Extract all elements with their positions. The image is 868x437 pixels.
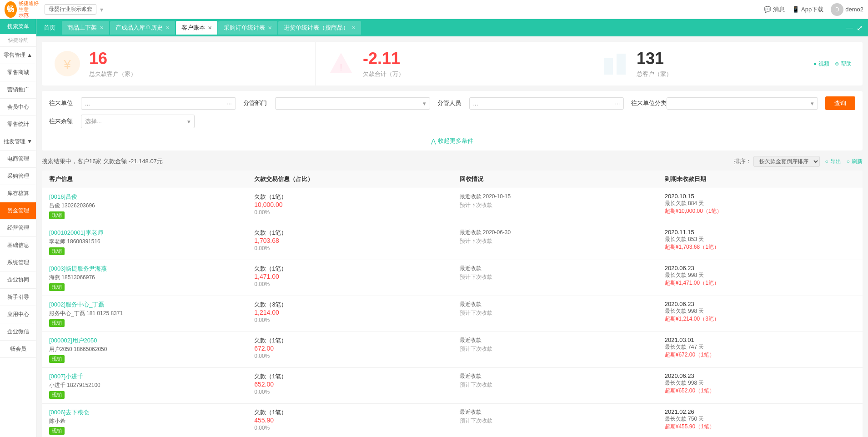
td-customer-3: [0002]服务中心_丁磊 服务中心_丁磊 181 0125 8371 现销: [42, 296, 247, 332]
td-collection-5: 最近收款 预计下次收款: [452, 368, 657, 403]
td-due-5: 2020.06.23 最长欠款 998 天 超期¥652.00（1笔）: [657, 368, 863, 403]
unit-input[interactable]: [85, 100, 227, 107]
sidebar-item-vip[interactable]: 畅会员: [0, 341, 36, 358]
svg-text:¥: ¥: [63, 57, 71, 71]
sidebar-item-guide[interactable]: 新手引导: [0, 289, 36, 306]
person-input-icon: ···: [615, 100, 620, 107]
tab-close-5[interactable]: ✕: [351, 25, 356, 31]
stat-card-debt-customers: ¥ 16 总欠款客户（家）: [42, 42, 316, 85]
stat-info-2: -2.11 欠款合计（万）: [363, 49, 404, 78]
svg-rect-4: [604, 58, 613, 75]
sidebar-item-retail-mall[interactable]: 零售商城: [0, 64, 36, 81]
filter-label-unit-type: 往来单位分类: [631, 99, 667, 107]
overdue-link-6[interactable]: 超期¥455.90（1笔）: [665, 423, 855, 431]
sidebar-item-finance[interactable]: 资金管理: [0, 202, 36, 220]
app-download-btn[interactable]: 📱 App下载: [792, 5, 823, 14]
filter-input-unit[interactable]: ···: [81, 97, 236, 110]
overdue-link-5[interactable]: 超期¥652.00（1笔）: [665, 387, 855, 395]
sidebar-item-system[interactable]: 系统管理: [0, 254, 36, 271]
tab-bar-right: — ⤢: [846, 24, 866, 32]
user-menu[interactable]: D demo2: [831, 3, 863, 16]
customer-name-3[interactable]: [0002]服务中心_丁磊: [49, 301, 240, 309]
td-debt-3: 欠款（3笔） 1,214.00 0.00%: [247, 296, 452, 332]
sidebar-search[interactable]: 搜索菜单: [0, 19, 36, 34]
sort-label: 排序： 按欠款金额倒序排序: [734, 156, 820, 167]
overdue-link-2[interactable]: 超期¥1,471.00（1笔）: [665, 279, 855, 287]
td-collection-2: 最近收款 预计下次收款: [452, 260, 657, 296]
tab-close-3[interactable]: ✕: [208, 25, 212, 31]
table-row: [0002]服务中心_丁磊 服务中心_丁磊 181 0125 8371 现销 欠…: [42, 296, 863, 332]
search-button[interactable]: 查询: [825, 96, 855, 110]
sidebar-item-purchase[interactable]: 采购管理: [0, 168, 36, 185]
sidebar-item-appcenter[interactable]: 应用中心: [0, 306, 36, 323]
sidebar-item-member[interactable]: 会员中心: [0, 99, 36, 116]
person-input[interactable]: [473, 100, 615, 107]
sidebar-item-retail-mgmt[interactable]: 零售管理 ▲: [0, 47, 36, 64]
tab-purchase-order-stats[interactable]: 采购订单统计表 ✕: [218, 21, 277, 35]
table-row: [0007]小进千 小进千 18279152100 现销 欠款（1笔） 652.…: [42, 368, 863, 404]
td-due-1: 2020.11.15 最长欠款 853 天 超期¥1,703.68（1笔）: [657, 224, 863, 260]
page-content: ¥ 16 总欠款客户（家） !: [36, 36, 868, 437]
tab-purchase-stats-by-product[interactable]: 进货单统计表（按商品） ✕: [278, 21, 361, 35]
tab-close-1[interactable]: ✕: [100, 25, 104, 31]
tab-home[interactable]: 首页: [38, 21, 61, 35]
collapse-btn[interactable]: ⋀ 收起更多条件: [49, 133, 855, 145]
tab-maximize-icon[interactable]: ⤢: [857, 24, 863, 32]
filter-item-unit-type: 往来单位分类 ▾: [631, 97, 818, 110]
stat-card-total-customers: 131 总客户（家） ● 视频 ⊙ 帮助: [589, 42, 863, 85]
tab-close-2[interactable]: ✕: [166, 25, 170, 31]
td-debt-5: 欠款（1笔） 652.00 0.00%: [247, 368, 452, 403]
customer-name-4[interactable]: [000002]用户2050: [49, 337, 240, 345]
export-btn[interactable]: ○ 导出: [825, 158, 841, 166]
video-btn[interactable]: ● 视频: [813, 60, 829, 68]
tab-production-history[interactable]: 产成品入库单历史 ✕: [110, 21, 175, 35]
tab-product-listing[interactable]: 商品上下架 ✕: [62, 21, 109, 35]
filter-label-dept: 分管部门: [243, 99, 275, 107]
sidebar-item-inventory[interactable]: 库存核算: [0, 185, 36, 202]
stat-label-1: 总欠款客户（家）: [89, 70, 136, 78]
sidebar-item-enterprise[interactable]: 企业协同: [0, 271, 36, 289]
collapse-icon: ⋀: [431, 138, 436, 145]
stat-value-1: 16: [89, 49, 136, 68]
overdue-link-1[interactable]: 超期¥1,703.68（1笔）: [665, 243, 855, 251]
filter-input-dept[interactable]: ▾: [275, 97, 430, 110]
th-collection: 回收情况: [452, 171, 657, 188]
filter-item-dept: 分管部门 ▾: [243, 97, 430, 110]
customer-name-0[interactable]: [0016]吕俊: [49, 193, 240, 201]
overdue-link-0[interactable]: 超期¥10,000.00（1笔）: [665, 207, 855, 215]
system-name[interactable]: 母婴行业演示账套: [45, 4, 96, 15]
customer-name-6[interactable]: [0006]去下粮仓: [49, 408, 240, 417]
th-debt: 欠款交易信息（占比）: [247, 171, 452, 188]
svg-rect-5: [617, 54, 626, 75]
sort-select[interactable]: 按欠款金额倒序排序: [753, 156, 820, 167]
tab-close-4[interactable]: ✕: [268, 25, 272, 31]
stats-row: ¥ 16 总欠款客户（家） !: [42, 42, 863, 85]
filter-input-unit-type[interactable]: ▾: [667, 97, 818, 110]
filter-input-person[interactable]: ···: [469, 97, 624, 110]
customer-name-5[interactable]: [0007]小进千: [49, 372, 240, 381]
system-dropdown-icon[interactable]: ▾: [100, 6, 103, 13]
sidebar: 搜索菜单 快捷导航 零售管理 ▲ 零售商城 营销推广 会员中心 零售统计 批发管…: [0, 19, 36, 437]
help-btn[interactable]: ⊙ 帮助: [835, 60, 852, 68]
filter-label-person: 分管人员: [437, 99, 469, 107]
tab-customer-ledger[interactable]: 客户账本 ✕: [176, 21, 217, 35]
refresh-btn[interactable]: ○ 刷新: [847, 158, 863, 166]
sidebar-item-basic-info[interactable]: 基础信息: [0, 237, 36, 254]
message-btn[interactable]: 💬 消息: [764, 5, 785, 14]
tab-minimize-icon[interactable]: —: [846, 24, 853, 32]
filter-input-balance[interactable]: 选择... ▾: [81, 115, 195, 128]
overdue-link-4[interactable]: 超期¥672.00（1笔）: [665, 351, 855, 359]
stat-info-3: 131 总客户（家）: [637, 49, 672, 78]
overdue-link-3[interactable]: 超期¥1,214.00（3笔）: [665, 315, 855, 323]
dept-dropdown-icon: ▾: [423, 100, 426, 107]
message-icon: 💬: [764, 6, 771, 13]
sidebar-item-marketing[interactable]: 营销推广: [0, 81, 36, 99]
sidebar-item-ecommerce[interactable]: 电商管理: [0, 151, 36, 168]
sidebar-item-operation[interactable]: 经营管理: [0, 220, 36, 237]
customer-name-2[interactable]: [0003]畅捷服务尹海燕: [49, 265, 240, 273]
sidebar-item-wechat[interactable]: 企业微信: [0, 323, 36, 341]
customer-name-1[interactable]: [0001020001]李老师: [49, 229, 240, 237]
sidebar-item-retail-stats[interactable]: 零售统计: [0, 116, 36, 133]
sidebar-item-wholesale[interactable]: 批发管理 ▼: [0, 133, 36, 151]
sidebar-item-nav: 快捷导航: [0, 34, 36, 47]
